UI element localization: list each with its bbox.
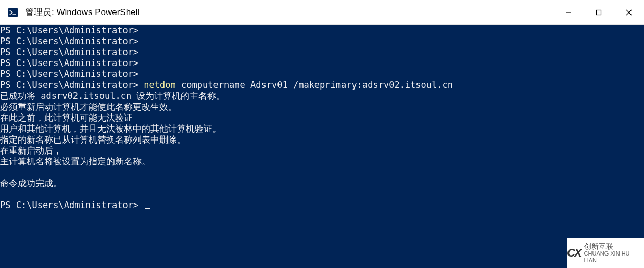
output-line: 在此之前，此计算机可能无法验证 [0,112,644,123]
prompt-text: PS C:\Users\Administrator> [0,80,144,90]
powershell-icon [7,7,19,18]
titlebar[interactable]: 管理员: Windows PowerShell [0,0,644,25]
svg-rect-3 [597,10,601,15]
output-line: 在重新启动后， [0,145,644,156]
output-line: 用户和其他计算机，并且无法被林中的其他计算机验证。 [0,123,644,134]
output-line [0,167,644,178]
watermark-text-en: CHUANG XIN HU LIAN [584,250,644,264]
prompt-line-active: PS C:\Users\Administrator> [0,200,644,211]
prompt-text: PS C:\Users\Administrator> [0,200,144,210]
svg-rect-0 [8,8,18,17]
output-line [0,189,644,200]
cursor [145,208,150,209]
window-title: 管理员: Windows PowerShell [25,6,140,18]
command-line: PS C:\Users\Administrator> netdom comput… [0,80,644,91]
watermark-text-zh: 创新互联 [584,242,644,250]
prompt-line: PS C:\Users\Administrator> [0,25,644,36]
prompt-line: PS C:\Users\Administrator> [0,36,644,47]
window-controls [553,0,644,24]
watermark-badge: CX 创新互联 CHUANG XIN HU LIAN [567,238,644,268]
close-button[interactable] [614,0,644,24]
window-root: 管理员: Windows PowerShell PS C:\Users\Admi… [0,0,644,268]
output-line: 已成功将 adsrv02.itsoul.cn 设为计算机的主名称。 [0,91,644,101]
watermark-logo: CX [567,246,581,260]
output-line: 主计算机名将被设置为指定的新名称。 [0,156,644,167]
output-line: 指定的新名称已从计算机替换名称列表中删除。 [0,134,644,145]
minimize-button[interactable] [553,0,584,24]
maximize-button[interactable] [584,0,614,24]
prompt-line: PS C:\Users\Administrator> [0,58,644,69]
command-args: computername Adsrv01 /makeprimary:adsrv0… [176,80,453,90]
output-line: 必须重新启动计算机才能使此名称更改生效。 [0,101,644,112]
prompt-line: PS C:\Users\Administrator> [0,47,644,58]
command-keyword: netdom [144,80,175,90]
terminal-viewport[interactable]: PS C:\Users\Administrator> PS C:\Users\A… [0,25,644,268]
output-line: 命令成功完成。 [0,178,644,189]
prompt-line: PS C:\Users\Administrator> [0,69,644,80]
